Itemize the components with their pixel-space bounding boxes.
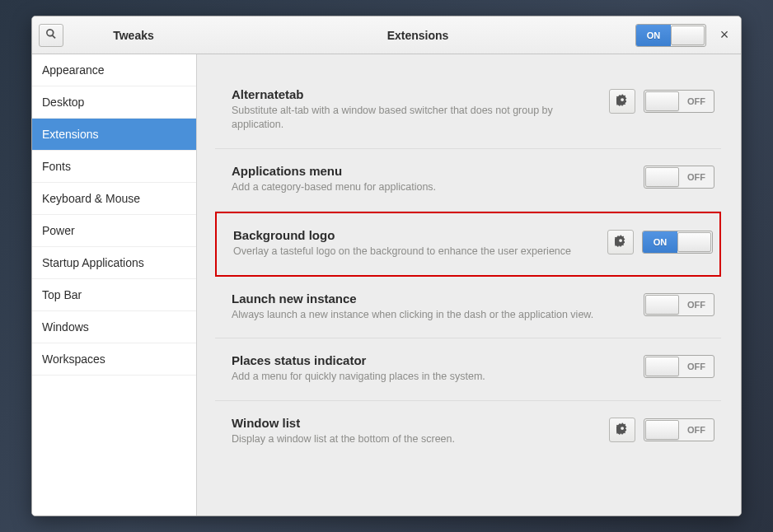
switch-thumb (645, 91, 679, 111)
tweaks-window: Tweaks Extensions ON × AppearanceDesktop… (31, 16, 742, 516)
extension-name: Places status indicator (232, 353, 634, 367)
switch-thumb (671, 26, 705, 45)
extension-switch[interactable]: OFF (644, 355, 714, 378)
switch-thumb (645, 295, 679, 315)
switch-off-label: OFF (679, 294, 714, 315)
extension-name: Launch new instance (232, 292, 634, 306)
header-left: Tweaks (37, 24, 200, 47)
extension-text: Launch new instanceAlways launch a new i… (232, 292, 634, 322)
sidebar-item-label: Fonts (42, 160, 71, 173)
extension-text: AlternatetabSubstitute alt-tab with a wi… (232, 87, 599, 132)
extension-switch[interactable]: OFF (644, 418, 714, 441)
header-right: ON × (635, 24, 736, 47)
extension-row-alternatetab: AlternatetabSubstitute alt-tab with a wi… (215, 72, 721, 149)
search-icon (45, 28, 57, 42)
extension-row-background-logo: Background logoOverlay a tasteful logo o… (215, 212, 721, 277)
split-view: AppearanceDesktopExtensionsFontsKeyboard… (32, 54, 741, 516)
extension-controls: OFF (609, 416, 714, 442)
extension-name: Window list (232, 416, 599, 430)
switch-off-label: OFF (679, 356, 714, 377)
app-title: Tweaks (67, 29, 200, 42)
extension-row-places-status-indicator: Places status indicatorAdd a menu for qu… (215, 338, 721, 401)
extension-description: Add a category-based menu for applicatio… (232, 180, 634, 194)
extension-controls: ON (607, 228, 713, 254)
extension-description: Substitute alt-tab with a window based s… (232, 104, 599, 132)
gear-icon (616, 94, 629, 109)
sidebar-item-fonts[interactable]: Fonts (32, 151, 196, 183)
extension-switch[interactable]: OFF (644, 293, 714, 316)
extension-description: Add a menu for quickly navigating places… (232, 370, 634, 384)
sidebar-item-startup-applications[interactable]: Startup Applications (32, 247, 196, 279)
extension-description: Overlay a tasteful logo on the backgroun… (233, 245, 597, 259)
extension-controls: OFF (644, 353, 714, 378)
switch-on-label: ON (636, 25, 671, 46)
sidebar-item-windows[interactable]: Windows (32, 311, 196, 343)
switch-off-label: OFF (679, 166, 714, 188)
extension-text: Window listDisplay a window list at the … (232, 416, 599, 446)
switch-on-label: ON (643, 231, 677, 253)
extension-switch[interactable]: ON (642, 231, 713, 254)
sidebar-item-label: Workspaces (42, 352, 105, 366)
extensions-master-switch[interactable]: ON (635, 24, 706, 47)
sidebar: AppearanceDesktopExtensionsFontsKeyboard… (32, 54, 197, 516)
close-icon: × (720, 26, 729, 43)
sidebar-item-label: Extensions (42, 128, 98, 141)
extension-text: Places status indicatorAdd a menu for qu… (232, 353, 634, 384)
switch-off-label: OFF (679, 91, 714, 112)
sidebar-item-label: Keyboard & Mouse (42, 192, 140, 205)
extension-description: Always launch a new instance when clicki… (232, 308, 634, 322)
search-button[interactable] (39, 24, 63, 47)
switch-thumb (677, 232, 711, 252)
sidebar-item-keyboard-mouse[interactable]: Keyboard & Mouse (32, 183, 196, 215)
sidebar-item-extensions[interactable]: Extensions (32, 119, 196, 151)
sidebar-item-label: Desktop (42, 96, 84, 109)
extension-name: Background logo (233, 228, 597, 242)
switch-thumb (645, 167, 679, 187)
extension-text: Applications menuAdd a category-based me… (232, 164, 634, 194)
extension-switch[interactable]: OFF (644, 90, 714, 113)
extension-prefs-button[interactable] (609, 89, 635, 114)
extension-row-launch-new-instance: Launch new instanceAlways launch a new i… (215, 277, 721, 339)
extension-name: Alternatetab (232, 87, 599, 101)
sidebar-item-power[interactable]: Power (32, 215, 196, 247)
extension-row-applications-menu: Applications menuAdd a category-based me… (215, 149, 721, 212)
gear-icon (615, 235, 627, 250)
close-button[interactable]: × (713, 24, 736, 47)
sidebar-item-label: Power (42, 224, 75, 237)
extension-controls: OFF (609, 87, 714, 114)
extension-text: Background logoOverlay a tasteful logo o… (233, 228, 597, 259)
switch-off-label: OFF (679, 419, 714, 441)
header-bar: Tweaks Extensions ON × (32, 16, 741, 54)
sidebar-item-label: Windows (42, 320, 89, 334)
extensions-list: AlternatetabSubstitute alt-tab with a wi… (197, 54, 741, 516)
extension-controls: OFF (644, 164, 714, 189)
gear-icon (616, 422, 629, 437)
sidebar-item-label: Appearance (42, 63, 105, 77)
sidebar-item-top-bar[interactable]: Top Bar (32, 279, 196, 311)
extension-description: Display a window list at the bottom of t… (232, 432, 599, 446)
switch-thumb (645, 357, 679, 376)
extension-prefs-button[interactable] (607, 230, 634, 254)
extension-prefs-button[interactable] (609, 418, 635, 442)
extension-name: Applications menu (232, 164, 634, 178)
extension-switch[interactable]: OFF (644, 166, 714, 189)
sidebar-item-label: Top Bar (42, 288, 82, 301)
sidebar-item-label: Startup Applications (42, 256, 144, 269)
sidebar-item-appearance[interactable]: Appearance (32, 54, 196, 86)
page-title: Extensions (200, 29, 635, 42)
sidebar-item-desktop[interactable]: Desktop (32, 86, 196, 119)
extension-row-window-list: Window listDisplay a window list at the … (215, 401, 721, 463)
extension-controls: OFF (644, 292, 714, 316)
switch-thumb (645, 420, 679, 440)
sidebar-item-workspaces[interactable]: Workspaces (32, 343, 196, 376)
